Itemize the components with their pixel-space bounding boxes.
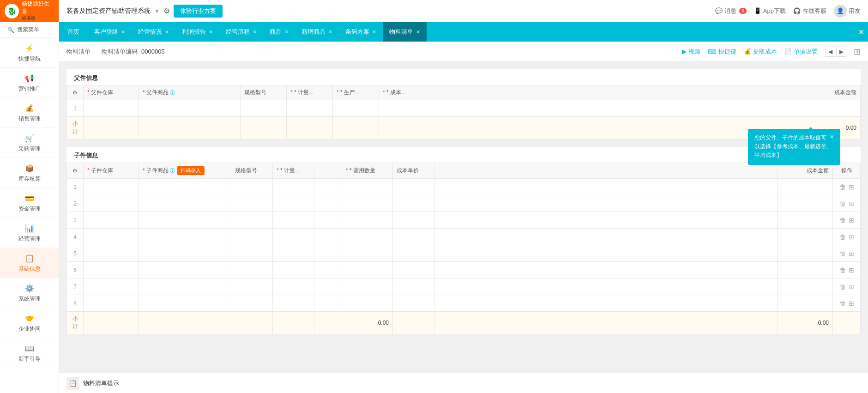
child-row-8-spec[interactable] bbox=[231, 295, 273, 312]
sidebar-item-purchase[interactable]: 🛒 采购管理 bbox=[0, 128, 59, 158]
delete-icon[interactable]: 🗑 bbox=[839, 200, 846, 207]
child-row-2-qty-unit[interactable] bbox=[273, 195, 314, 212]
video-action[interactable]: ▶ 视频 bbox=[682, 48, 700, 56]
tab-bom[interactable]: 物料清单 ✕ bbox=[383, 22, 427, 42]
child-row-6-qty-unit[interactable] bbox=[273, 262, 314, 278]
tab-barcode-close[interactable]: ✕ bbox=[372, 29, 376, 35]
child-row-3-cost-unit[interactable] bbox=[393, 212, 434, 229]
child-row-8-qty-unit[interactable] bbox=[273, 295, 314, 312]
tab-profit-close[interactable]: ✕ bbox=[209, 29, 213, 35]
tab-customers[interactable]: 客户联络 ✕ bbox=[88, 22, 132, 42]
copy-icon[interactable]: ⊞ bbox=[849, 200, 854, 207]
sidebar-item-basic-info[interactable]: 📋 基础信息 bbox=[0, 248, 59, 278]
sidebar-item-finance[interactable]: 💳 资金管理 bbox=[0, 188, 59, 218]
message-item[interactable]: 💬 消息 6 bbox=[715, 7, 747, 15]
child-col-settings[interactable]: ⚙ bbox=[67, 163, 84, 179]
child-row-4-spec[interactable] bbox=[231, 229, 273, 245]
content-scroll[interactable]: × 您的父件、子件的成本取值可以选择【参考成本、最新进价、平均成本】 父件信息 … bbox=[59, 62, 868, 373]
delete-icon[interactable]: 🗑 bbox=[839, 300, 846, 307]
child-row-7-warehouse[interactable] bbox=[84, 278, 139, 295]
tab-home[interactable]: 首页 bbox=[59, 22, 88, 42]
child-row-3-goods[interactable] bbox=[139, 212, 231, 229]
child-row-3-qty-unit[interactable] bbox=[273, 212, 314, 229]
delete-icon[interactable]: 🗑 bbox=[839, 283, 846, 290]
child-row-6-cost-unit[interactable] bbox=[393, 262, 434, 278]
sidebar-item-cooperation[interactable]: 🤝 企业协同 bbox=[0, 308, 59, 338]
sidebar-item-operations[interactable]: 📊 经营管理 bbox=[0, 218, 59, 248]
child-row-1-warehouse[interactable] bbox=[84, 179, 139, 195]
tab-profit[interactable]: 利润报告 ✕ bbox=[175, 22, 219, 42]
child-row-2-cost-unit[interactable] bbox=[393, 195, 434, 212]
scan-button[interactable]: 扫码录入 bbox=[177, 166, 205, 175]
child-row-8-qty-needed[interactable] bbox=[342, 295, 393, 312]
delete-icon[interactable]: 🗑 bbox=[839, 266, 846, 274]
copy-icon[interactable]: ⊞ bbox=[849, 283, 854, 290]
settings-action[interactable]: 📄 单据设置 bbox=[784, 48, 818, 56]
child-row-7-qty-unit[interactable] bbox=[273, 278, 314, 295]
child-row-6-warehouse[interactable] bbox=[84, 262, 139, 278]
child-row-3-warehouse[interactable] bbox=[84, 212, 139, 229]
tab-history-close[interactable]: ✕ bbox=[253, 29, 257, 35]
copy-icon[interactable]: ⊞ bbox=[849, 233, 854, 241]
tab-goods[interactable]: 商品 ✕ bbox=[263, 22, 295, 42]
copy-icon[interactable]: ⊞ bbox=[849, 183, 854, 191]
sidebar-item-sales[interactable]: 💰 销售管理 bbox=[0, 98, 59, 128]
child-row-7-spec[interactable] bbox=[231, 278, 273, 295]
tab-customers-close[interactable]: ✕ bbox=[121, 29, 125, 35]
child-row-1-qty-needed[interactable] bbox=[342, 179, 393, 195]
child-row-4-goods[interactable] bbox=[139, 229, 231, 245]
tab-new-goods-close[interactable]: ✕ bbox=[328, 29, 332, 35]
layout-grid-icon[interactable]: ⊞ bbox=[854, 47, 861, 57]
child-row-8-goods[interactable] bbox=[139, 295, 231, 312]
child-row-3-spec[interactable] bbox=[231, 212, 273, 229]
sidebar-item-marketing[interactable]: 📢 营销推广 bbox=[0, 68, 59, 98]
user-item[interactable]: 👤 用友 bbox=[834, 5, 861, 18]
copy-icon[interactable]: ⊞ bbox=[849, 250, 854, 257]
child-row-1-cost-unit[interactable] bbox=[393, 179, 434, 195]
delete-icon[interactable]: 🗑 bbox=[839, 217, 846, 224]
tab-history[interactable]: 经营历程 ✕ bbox=[219, 22, 263, 42]
child-row-7-cost-unit[interactable] bbox=[393, 278, 434, 295]
child-row-2-qty-needed[interactable] bbox=[342, 195, 393, 212]
system-dropdown-arrow[interactable]: ▼ bbox=[154, 8, 160, 14]
child-row-3-qty-needed[interactable] bbox=[342, 212, 393, 229]
child-row-5-warehouse[interactable] bbox=[84, 245, 139, 262]
child-row-1-qty-unit[interactable] bbox=[273, 179, 314, 195]
parent-row-1-qty[interactable] bbox=[287, 100, 333, 117]
child-row-2-goods[interactable] bbox=[139, 195, 231, 212]
nav-prev[interactable]: ◀ bbox=[825, 47, 835, 57]
tab-bom-close[interactable]: ✕ bbox=[416, 29, 420, 35]
child-row-2-spec[interactable] bbox=[231, 195, 273, 212]
delete-icon[interactable]: 🗑 bbox=[839, 233, 846, 241]
child-row-5-qty-unit[interactable] bbox=[273, 245, 314, 262]
parent-row-1-spec[interactable] bbox=[241, 100, 287, 117]
child-row-4-qty-unit[interactable] bbox=[273, 229, 314, 245]
copy-icon[interactable]: ⊞ bbox=[849, 300, 854, 307]
parent-row-1-produce[interactable] bbox=[333, 100, 379, 117]
child-row-8-cost-unit[interactable] bbox=[393, 295, 434, 312]
child-row-4-qty-needed[interactable] bbox=[342, 229, 393, 245]
child-row-5-goods[interactable] bbox=[139, 245, 231, 262]
child-row-8-warehouse[interactable] bbox=[84, 295, 139, 312]
sidebar-item-inventory[interactable]: 📦 库存核算 bbox=[0, 158, 59, 188]
shortcut-action[interactable]: ⌨ 快捷键 bbox=[708, 48, 736, 56]
sidebar-item-quick-nav[interactable]: ⚡ 快捷导航 bbox=[0, 38, 59, 68]
close-all-tabs[interactable]: ✕ bbox=[858, 28, 864, 36]
child-row-5-cost-unit[interactable] bbox=[393, 245, 434, 262]
online-service-item[interactable]: 🎧 在线客服 bbox=[793, 7, 826, 15]
child-row-1-spec[interactable] bbox=[231, 179, 273, 195]
parent-col-settings[interactable]: ⚙ bbox=[67, 85, 84, 100]
child-row-5-qty-needed[interactable] bbox=[342, 245, 393, 262]
trial-button[interactable]: 体验行业方案 bbox=[174, 5, 223, 18]
parent-row-1-goods[interactable] bbox=[139, 100, 241, 117]
copy-icon[interactable]: ⊞ bbox=[849, 266, 854, 274]
search-menu[interactable]: 🔍 搜索菜单 bbox=[0, 22, 59, 38]
app-download-item[interactable]: 📱 App下载 bbox=[754, 7, 786, 15]
child-row-6-spec[interactable] bbox=[231, 262, 273, 278]
child-row-6-qty-needed[interactable] bbox=[342, 262, 393, 278]
child-row-1-goods[interactable] bbox=[139, 179, 231, 195]
child-row-7-goods[interactable] bbox=[139, 278, 231, 295]
delete-icon[interactable]: 🗑 bbox=[839, 250, 846, 257]
child-row-4-cost-unit[interactable] bbox=[393, 229, 434, 245]
tab-goods-close[interactable]: ✕ bbox=[284, 29, 289, 35]
